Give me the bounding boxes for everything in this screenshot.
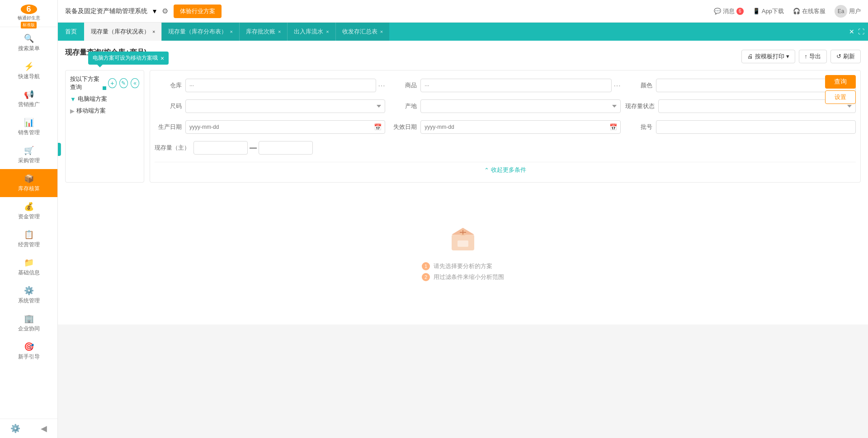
sidebar-item-marketing[interactable]: 📢 营销推广 xyxy=(0,85,57,113)
sidebar-collapse-btn[interactable]: ◀ xyxy=(41,424,47,433)
sidebar-item-newbie[interactable]: 🎯 新手引导 xyxy=(0,337,57,365)
sidebar-item-sales[interactable]: 📊 销售管理 xyxy=(0,113,57,141)
filter-row-3: 生产日期 📅 失效日期 📅 xyxy=(155,117,856,137)
action-buttons: 🖨 按模板打印 ▾ ↑ 导出 ↺ 刷新 xyxy=(741,50,861,63)
warehouse-more-icon[interactable]: ⋯ xyxy=(378,81,385,90)
add-scheme-btn[interactable]: + xyxy=(108,78,117,88)
filter-row-2: 尺码 产地 现存量状态 xyxy=(155,96,856,117)
refresh-btn[interactable]: ↺ 刷新 xyxy=(830,50,861,63)
sidebar-item-label: 库存核算 xyxy=(18,185,40,193)
system-dropdown[interactable]: ▾ xyxy=(153,7,156,15)
tab-close-all-icon[interactable]: ✕ xyxy=(849,28,854,35)
avatar: Ea xyxy=(835,5,847,18)
filter-goods: 商品 ⋯ xyxy=(390,79,620,92)
triangle-icon: ▶ xyxy=(70,108,75,114)
export-btn[interactable]: ↑ 导出 xyxy=(799,50,827,63)
sidebar-bottom: ⚙️ ◀ xyxy=(0,419,57,438)
support-icon: 🎧 xyxy=(793,8,800,14)
size-select[interactable] xyxy=(185,99,385,113)
tab-close-icon[interactable]: × xyxy=(278,29,281,34)
svg-rect-2 xyxy=(458,240,468,247)
sidebar-settings-btn[interactable]: ⚙️ xyxy=(10,424,20,433)
template-print-btn[interactable]: 🖨 按模板打印 ▾ xyxy=(741,50,795,63)
industry-btn[interactable]: 体验行业方案 xyxy=(174,5,222,18)
quick-nav-icon: ⚡ xyxy=(24,61,34,71)
sidebar-item-basic-info[interactable]: 📁 基础信息 xyxy=(0,253,57,281)
tab-close-icon[interactable]: × xyxy=(326,29,329,34)
search-menu-icon: 🔍 xyxy=(24,33,34,43)
inventory-main-label: 现存量（主） xyxy=(155,144,190,152)
goods-more-icon[interactable]: ⋯ xyxy=(613,81,621,90)
sidebar-item-quick-nav[interactable]: ⚡ 快速导航 xyxy=(0,57,57,85)
settings-icon[interactable]: ⚙ xyxy=(162,7,168,15)
filter-batch-no: 批号 xyxy=(625,120,856,134)
inventory-range: — xyxy=(193,141,313,155)
settings-btn[interactable]: 设置 xyxy=(825,90,856,104)
messages-btn[interactable]: 💬 消息 6 xyxy=(714,7,744,15)
sidebar-item-finance[interactable]: 💰 资金管理 xyxy=(0,197,57,225)
size-label: 尺码 xyxy=(155,102,182,110)
scheme-panel: 按以下方案查询 + ✎ « ▼ 电脑端方案 xyxy=(65,70,144,183)
prev-scheme-btn[interactable]: « xyxy=(131,78,139,88)
filter-expire-date: 失效日期 📅 xyxy=(390,120,620,134)
message-icon: 💬 xyxy=(714,8,721,14)
sidebar-item-label: 基础信息 xyxy=(18,269,40,277)
tab-close-icon[interactable]: × xyxy=(230,29,232,34)
batch-no-input[interactable] xyxy=(656,120,856,134)
online-support-btn[interactable]: 🎧 在线客服 xyxy=(793,7,826,15)
sidebar-item-enterprise[interactable]: 🏢 企业协同 xyxy=(0,309,57,337)
export-icon: ↑ xyxy=(805,53,808,60)
system-name: 装备及固定资产辅助管理系统 xyxy=(65,7,147,15)
tab-summary[interactable]: 收发存汇总表 × xyxy=(335,23,389,41)
basic-info-icon: 📁 xyxy=(24,258,34,268)
empty-step-2: 2 用过滤条件来缩小分析范围 xyxy=(422,273,504,281)
filter-color: 颜色 xyxy=(625,79,856,92)
tab-fullscreen-icon[interactable]: ⛶ xyxy=(858,28,864,35)
filter-size: 尺码 xyxy=(155,99,385,113)
user-menu[interactable]: Ea 用户 xyxy=(835,5,861,18)
sidebar-menu: 🔍 搜索菜单 ⚡ 快速导航 📢 营销推广 📊 销售管理 🛒 采购管理 📦 库存核… xyxy=(0,27,57,419)
goods-label: 商品 xyxy=(390,81,417,89)
warehouse-input[interactable] xyxy=(185,79,376,92)
produce-date-input[interactable] xyxy=(185,120,385,134)
sidebar-item-label: 销售管理 xyxy=(18,129,40,137)
filter-warehouse: 仓库 ⋯ xyxy=(155,79,385,92)
sidebar-item-inventory[interactable]: 📦 库存核算 xyxy=(0,169,57,197)
mobile-scheme-group: ▶ 移动端方案 xyxy=(70,107,139,115)
search-scheme-label: 按以下方案查询 xyxy=(70,75,105,91)
origin-select[interactable] xyxy=(420,99,620,113)
sidebar-item-system[interactable]: ⚙️ 系统管理 xyxy=(0,281,57,309)
sidebar-item-label: 资金管理 xyxy=(18,213,40,221)
sidebar-item-purchase[interactable]: 🛒 采购管理 xyxy=(0,141,57,169)
tab-batch[interactable]: 库存批次账 × xyxy=(239,23,287,41)
edit-scheme-btn[interactable]: ✎ xyxy=(119,78,128,88)
sidebar-item-operations[interactable]: 📋 经营管理 xyxy=(0,225,57,253)
mobile-scheme-toggle[interactable]: ▶ 移动端方案 xyxy=(70,107,139,115)
inventory-min-input[interactable] xyxy=(193,141,248,155)
produce-date-label: 生产日期 xyxy=(155,123,182,131)
sidebar-item-label: 采购管理 xyxy=(18,157,40,165)
tab-close-icon[interactable]: × xyxy=(380,29,383,34)
calendar-icon-2[interactable]: 📅 xyxy=(609,123,617,131)
operations-icon: 📋 xyxy=(24,230,34,240)
collapse-btn[interactable]: ⌃ 收起更多条件 xyxy=(155,162,856,178)
color-label: 颜色 xyxy=(625,81,652,89)
desktop-scheme-group: ▼ 电脑端方案 xyxy=(70,95,139,103)
tabbar: 首页 现存量（库存状况表） × 现存量（库存分布表） × 库存批次账 × 出入库… xyxy=(58,23,868,41)
inventory-max-input[interactable] xyxy=(259,141,313,155)
goods-input[interactable] xyxy=(420,79,611,92)
desktop-scheme-toggle[interactable]: ▼ 电脑端方案 xyxy=(70,95,139,103)
app-download-btn[interactable]: 📱 App下载 xyxy=(753,7,784,15)
tooltip-close-icon[interactable]: × xyxy=(160,55,164,62)
filter-panel: 仓库 ⋯ 商品 ⋯ xyxy=(150,70,861,183)
tooltip-scheme: 电脑方案可设为移动方案哦 × xyxy=(88,52,169,65)
tab-inventory-status[interactable]: 现存量（库存状况表） × xyxy=(84,23,161,41)
sidebar-item-search[interactable]: 🔍 搜索菜单 xyxy=(0,29,57,57)
tab-flow[interactable]: 出入库流水 × xyxy=(287,23,335,41)
expire-date-input[interactable] xyxy=(420,120,620,134)
tab-inventory-dist[interactable]: 现存量（库存分布表） × xyxy=(161,23,239,41)
tab-close-icon[interactable]: × xyxy=(152,29,155,34)
tab-home[interactable]: 首页 xyxy=(58,23,84,41)
query-btn[interactable]: 查询 xyxy=(825,75,856,89)
calendar-icon[interactable]: 📅 xyxy=(374,123,382,131)
